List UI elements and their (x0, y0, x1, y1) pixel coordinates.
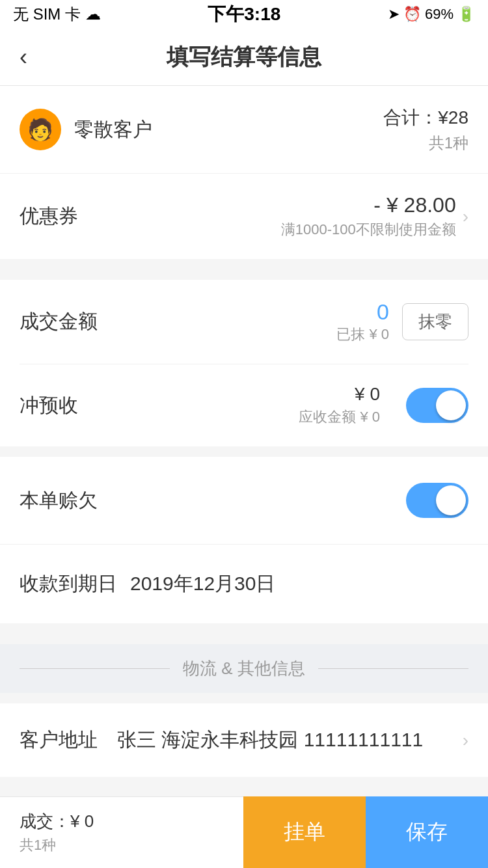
round-zero-button[interactable]: 抹零 (402, 303, 468, 340)
alarm-icon: ⏰ (403, 6, 421, 23)
separator-2 (0, 446, 488, 457)
address-value: 张三 海淀永丰科技园 11111111111 (117, 727, 463, 753)
separator-1 (0, 269, 488, 280)
status-bar: 无 SIM 卡 ☁ 下午3:18 ➤ ⏰ 69% 🔋 (0, 0, 488, 29)
coupon-info: - ¥ 28.00 满1000-100不限制使用金额 (281, 193, 456, 239)
save-button[interactable]: 保存 (366, 796, 488, 868)
separator-3 (0, 634, 488, 644)
coupon-amount: - ¥ 28.00 (281, 193, 456, 217)
prepay-label: 冲预收 (20, 392, 78, 419)
deal-label: 成交： (20, 811, 70, 831)
deal-amount: ¥ 0 (70, 811, 94, 831)
debit-toggle[interactable] (406, 483, 468, 518)
transaction-sub: 已抹 ¥ 0 (336, 325, 389, 344)
transaction-right: 0 已抹 ¥ 0 抹零 (336, 299, 468, 344)
location-icon: ➤ (388, 6, 400, 23)
debit-label: 本单赊欠 (20, 487, 98, 514)
customer-row: 🧑 零散客户 合计：¥28 共1种 (0, 86, 488, 173)
debit-section: 本单赊欠 收款到期日 2019年12月30日 (0, 457, 488, 623)
logistics-label: 物流 & 其他信息 (170, 657, 318, 680)
nav-bar: ‹ 填写结算等信息 (0, 29, 488, 86)
bottom-bar: 成交：¥ 0 共1种 挂单 保存 (0, 796, 488, 868)
address-section: 客户地址 张三 海淀永丰科技园 11111111111 › (0, 703, 488, 777)
due-date-row: 收款到期日 2019年12月30日 (0, 545, 488, 623)
avatar-icon: 🧑 (27, 117, 53, 142)
customer-section: 🧑 零散客户 合计：¥28 共1种 优惠券 - ¥ 28.00 满1000-10… (0, 86, 488, 259)
customer-count: 共1种 (383, 133, 468, 154)
avatar: 🧑 (20, 109, 61, 150)
logistics-divider: 物流 & 其他信息 (0, 657, 488, 680)
address-chevron-icon: › (463, 730, 468, 751)
debit-row: 本单赊欠 (0, 457, 488, 545)
status-right: ➤ ⏰ 69% 🔋 (388, 6, 475, 23)
transaction-label: 成交金额 (20, 308, 98, 335)
prepay-info: ¥ 0 应收金额 ¥ 0 (299, 384, 380, 427)
coupon-label: 优惠券 (20, 203, 78, 230)
hang-button[interactable]: 挂单 (243, 796, 366, 868)
customer-right: 合计：¥28 共1种 (383, 105, 468, 154)
battery-text: 69% (425, 6, 454, 23)
back-button[interactable]: ‹ (20, 44, 27, 71)
signal-text: 无 SIM 卡 ☁ (13, 4, 101, 25)
customer-name: 零散客户 (74, 116, 152, 143)
address-label: 客户地址 (20, 727, 98, 753)
logistics-section: 物流 & 其他信息 (0, 644, 488, 693)
bottom-count: 共1种 (20, 835, 224, 855)
prepay-toggle[interactable] (406, 388, 468, 423)
coupon-row[interactable]: 优惠券 - ¥ 28.00 满1000-100不限制使用金额 › (0, 173, 488, 259)
bottom-deal-amount: 成交：¥ 0 (20, 810, 224, 833)
status-time: 下午3:18 (208, 2, 280, 27)
prepay-amount: ¥ 0 (299, 384, 380, 405)
coupon-desc: 满1000-100不限制使用金额 (281, 220, 456, 239)
chevron-right-icon: › (463, 206, 468, 227)
prepay-row: 冲预收 ¥ 0 应收金额 ¥ 0 (20, 364, 468, 446)
transaction-section: 成交金额 0 已抹 ¥ 0 抹零 冲预收 ¥ 0 应收金额 ¥ 0 (0, 280, 488, 446)
address-row[interactable]: 客户地址 张三 海淀永丰科技园 11111111111 › (0, 703, 488, 777)
due-date-label: 收款到期日 (20, 571, 117, 597)
customer-total: 合计：¥28 (383, 105, 468, 130)
bottom-summary: 成交：¥ 0 共1种 (0, 796, 243, 868)
status-left: 无 SIM 卡 ☁ (13, 4, 101, 25)
coupon-right: - ¥ 28.00 满1000-100不限制使用金额 › (281, 193, 468, 239)
transaction-row: 成交金额 0 已抹 ¥ 0 抹零 (20, 280, 468, 364)
prepay-sub: 应收金额 ¥ 0 (299, 407, 380, 427)
battery-icon: 🔋 (457, 6, 475, 23)
due-date-value[interactable]: 2019年12月30日 (130, 571, 275, 597)
page-title: 填写结算等信息 (167, 42, 321, 72)
transaction-value[interactable]: 0 (336, 299, 389, 325)
customer-left: 🧑 零散客户 (20, 109, 152, 150)
